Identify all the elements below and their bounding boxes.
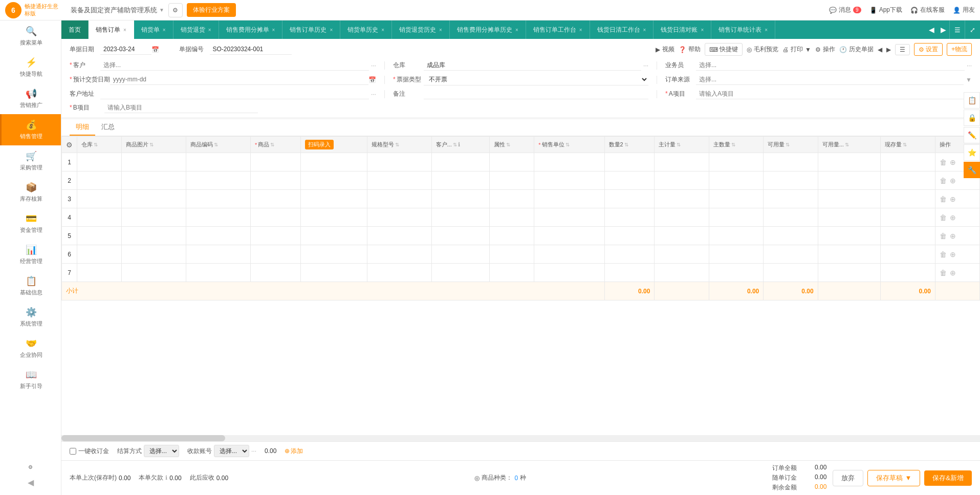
- cell-stock-3[interactable]: [881, 190, 935, 208]
- tab-prev-btn[interactable]: ◀: [926, 26, 938, 34]
- cell-available2-6[interactable]: [818, 245, 881, 264]
- copy-icon-7[interactable]: ⊕: [950, 269, 956, 277]
- address-input[interactable]: [100, 89, 369, 99]
- copy-icon-6[interactable]: ⊕: [950, 250, 956, 259]
- table-container[interactable]: ⚙ 仓库⇅ 商品图片⇅ 商品编码⇅ *商品⇅: [61, 136, 980, 435]
- sidebar-item-inventory[interactable]: 📦 库存核算: [0, 177, 61, 208]
- cell-warehouse-3[interactable]: [77, 190, 122, 208]
- account-more-icon[interactable]: ···: [251, 447, 256, 455]
- cell-image-1[interactable]: [121, 153, 186, 171]
- tab-close-sales-order[interactable]: ×: [123, 27, 126, 33]
- cell-spec-6[interactable]: [367, 245, 431, 264]
- table-scroll-thumb[interactable]: [61, 435, 225, 441]
- copy-icon-2[interactable]: ⊕: [950, 177, 956, 185]
- customer-input[interactable]: [100, 60, 369, 71]
- settings-panel-btn[interactable]: ⚙ 设置: [914, 43, 943, 56]
- cell-attr-3[interactable]: [490, 190, 534, 208]
- tab-close-receipt-history[interactable]: ×: [381, 27, 384, 33]
- th-spec[interactable]: 规格型号⇅: [367, 137, 431, 153]
- tab-daily-clear[interactable]: 钱货日清工作台 ×: [590, 20, 654, 39]
- cell-product-2[interactable]: [250, 171, 300, 190]
- cell-unit-1[interactable]: [534, 153, 604, 171]
- th-image[interactable]: 商品图片⇅: [121, 137, 186, 153]
- payment-method-select[interactable]: 选择...: [144, 445, 179, 457]
- address-more-icon[interactable]: ···: [371, 91, 376, 98]
- th-main-qty[interactable]: 主数量⇅: [709, 137, 763, 153]
- cell-mainunit-1[interactable]: [655, 153, 709, 171]
- cell-stock-1[interactable]: [881, 153, 935, 171]
- th-scan[interactable]: 扫码录入: [301, 137, 367, 153]
- cell-stock-2[interactable]: [881, 171, 935, 190]
- cell-custcode-4[interactable]: [431, 208, 490, 227]
- cell-mainunit-4[interactable]: [655, 208, 709, 227]
- cell-image-2[interactable]: [121, 171, 186, 190]
- b-project-input[interactable]: [104, 102, 258, 113]
- th-customer-code[interactable]: 客户...⇅ℹ: [431, 137, 490, 153]
- th-warehouse[interactable]: 仓库⇅: [77, 137, 122, 153]
- warehouse-input[interactable]: [424, 60, 641, 71]
- cell-stock-5[interactable]: [881, 227, 935, 245]
- cell-custcode-5[interactable]: [431, 227, 490, 245]
- cell-code-2[interactable]: [186, 171, 250, 190]
- add-logistics-btn[interactable]: +物流: [947, 43, 972, 56]
- app-download-btn[interactable]: 📱 App下载: [869, 6, 902, 14]
- nav-prev-btn[interactable]: ◀: [878, 46, 882, 53]
- cell-qty2-4[interactable]: [604, 208, 655, 227]
- cell-mainunit-5[interactable]: [655, 227, 709, 245]
- tab-close-sales-summary[interactable]: ×: [765, 27, 768, 33]
- th-qty2[interactable]: 数量2⇅: [604, 137, 655, 153]
- date-input[interactable]: [100, 44, 151, 55]
- cell-unit-3[interactable]: [534, 190, 604, 208]
- profit-preview-btn[interactable]: ◎ 毛利预览: [747, 45, 778, 54]
- delete-icon-1[interactable]: 🗑: [940, 158, 947, 166]
- tab-daily-reconcile[interactable]: 钱货日清对账 ×: [654, 20, 711, 39]
- cell-mainunit-6[interactable]: [655, 245, 709, 264]
- sidebar-item-purchase[interactable]: 🛒 采购管理: [0, 145, 61, 177]
- cell-mainqty-1[interactable]: [709, 153, 763, 171]
- history-btn[interactable]: 🕐 历史单据: [839, 45, 874, 54]
- cell-available-6[interactable]: [764, 245, 818, 264]
- delete-icon-2[interactable]: 🗑: [940, 177, 947, 185]
- cell-product-6[interactable]: [250, 245, 300, 264]
- sidebar-item-marketing[interactable]: 📢 营销推广: [0, 83, 61, 114]
- delete-icon-6[interactable]: 🗑: [940, 250, 947, 259]
- tab-close-order-workbench[interactable]: ×: [579, 27, 582, 33]
- sidebar-item-search[interactable]: 🔍 搜索菜单: [0, 20, 61, 52]
- th-available2[interactable]: 可用量...⇅: [818, 137, 881, 153]
- system-title[interactable]: 装备及固定资产辅助管理系统 ▼: [71, 6, 164, 15]
- list-view-btn[interactable]: ☰: [895, 44, 910, 55]
- cell-code-7[interactable]: [186, 264, 250, 282]
- invoice-type-select[interactable]: 不开票 增值税专用发票 增值税普通发票: [424, 74, 648, 85]
- th-product-code[interactable]: 商品编码⇅: [186, 137, 250, 153]
- cell-spec-1[interactable]: [367, 153, 431, 171]
- cell-qty2-7[interactable]: [604, 264, 655, 282]
- tab-close-order-history[interactable]: ×: [330, 27, 333, 33]
- cell-attr-6[interactable]: [490, 245, 534, 264]
- rfb-3[interactable]: ✏️: [964, 127, 980, 143]
- tab-return-history[interactable]: 销货退货历史 ×: [392, 20, 450, 39]
- print-btn[interactable]: 🖨 打印 ▼: [782, 45, 811, 54]
- cell-available-4[interactable]: [764, 208, 818, 227]
- cell-available2-1[interactable]: [818, 153, 881, 171]
- cell-attr-4[interactable]: [490, 208, 534, 227]
- cell-custcode-7[interactable]: [431, 264, 490, 282]
- settings-button[interactable]: ⚙: [168, 3, 183, 17]
- save-new-btn[interactable]: 保存&新增: [924, 470, 972, 486]
- tab-close-sales-receipt[interactable]: ×: [163, 27, 166, 33]
- cell-image-7[interactable]: [121, 264, 186, 282]
- shortcut-btn[interactable]: ⌨ 快捷键: [705, 43, 743, 56]
- cell-image-5[interactable]: [121, 227, 186, 245]
- one-click-checkout-checkbox[interactable]: 一键收订金: [70, 447, 109, 456]
- save-draft-btn[interactable]: 保存草稿 ▼: [867, 470, 920, 486]
- cell-image-4[interactable]: [121, 208, 186, 227]
- cell-stock-6[interactable]: [881, 245, 935, 264]
- delivery-date-input[interactable]: [110, 74, 368, 85]
- a-project-input[interactable]: [696, 89, 972, 99]
- tab-close-expense-history[interactable]: ×: [515, 27, 518, 33]
- delete-icon-3[interactable]: 🗑: [940, 195, 947, 203]
- rfb-1[interactable]: 📋: [964, 92, 980, 109]
- tab-sales-order[interactable]: 销售订单 ×: [89, 20, 134, 39]
- cell-code-6[interactable]: [186, 245, 250, 264]
- tab-sales-return[interactable]: 销货退货 ×: [173, 20, 219, 39]
- message-btn[interactable]: 💬 消息 9: [829, 6, 861, 14]
